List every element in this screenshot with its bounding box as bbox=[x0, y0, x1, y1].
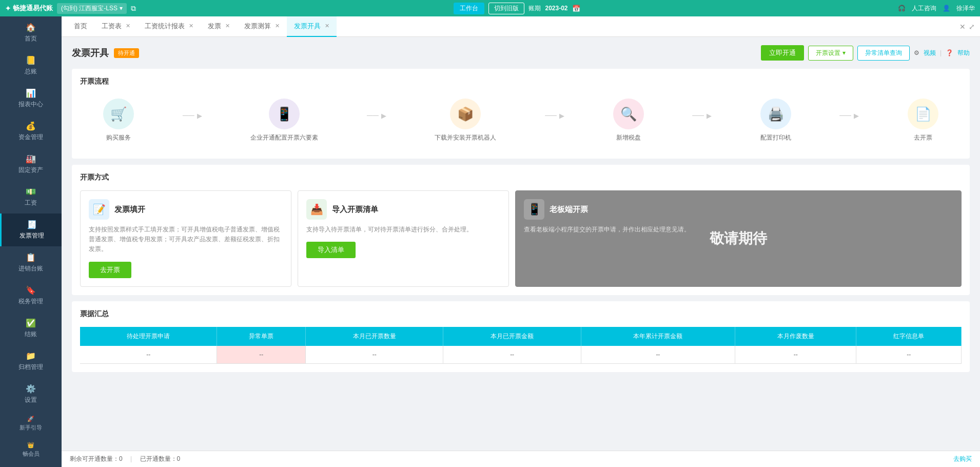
page-content: 发票开具 待开通 立即开通 开票设置 ▾ 异常清单查询 ⚙ 视频 | ❓ bbox=[62, 37, 980, 451]
sidebar-item-funds[interactable]: 💰 资金管理 bbox=[0, 115, 62, 148]
remaining-quota: 剩余可开通数量：0 bbox=[70, 455, 123, 462]
views-icon: ⚙ bbox=[914, 49, 919, 56]
tab-close-salary_stat[interactable]: ✕ bbox=[189, 23, 193, 29]
tab-label-salary_stat: 工资统计报表 bbox=[145, 22, 185, 31]
checkout-icon: ✅ bbox=[26, 318, 36, 328]
user-name[interactable]: 徐泽华 bbox=[956, 4, 975, 13]
summary-col-5: 本月作废数量 bbox=[735, 327, 856, 346]
period-icon[interactable]: 📅 bbox=[572, 5, 580, 12]
flow-step-taxdisk[interactable]: 🔍 新增税盘 bbox=[613, 99, 644, 142]
sidebar-item-reports[interactable]: 📊 报表中心 bbox=[0, 82, 62, 115]
open-now-button[interactable]: 立即开通 bbox=[761, 45, 804, 61]
open-settings-button[interactable]: 开票设置 ▾ bbox=[808, 46, 853, 61]
sidebar-label-archive: 归档管理 bbox=[18, 363, 43, 372]
sidebar-item-assets[interactable]: 🏭 固定资产 bbox=[0, 148, 62, 181]
sidebar-item-tax[interactable]: 🔖 税务管理 bbox=[0, 279, 62, 312]
summary-col-3: 本月已开票金额 bbox=[443, 327, 581, 346]
flow-step-icon-issue: 📄 bbox=[908, 99, 938, 129]
tab-salary_table[interactable]: 工资表✕ bbox=[94, 16, 138, 37]
archive-icon: 📁 bbox=[26, 351, 36, 361]
buy-link[interactable]: 去购买 bbox=[953, 455, 972, 463]
sidebar-item-ledger[interactable]: 📒 总账 bbox=[0, 49, 62, 82]
help-label[interactable]: 帮助 bbox=[957, 49, 970, 57]
salary-icon: 💵 bbox=[26, 187, 36, 197]
flow-arrow-2: ── ▶ bbox=[545, 110, 564, 131]
divider1: | bbox=[940, 49, 942, 56]
sidebar-label-assets: 固定资产 bbox=[18, 166, 43, 174]
sidebar-label-ledger: 总账 bbox=[25, 67, 37, 76]
sidebar-label-tax: 税务管理 bbox=[18, 297, 43, 306]
sidebar-item-home[interactable]: 🏠 首页 bbox=[0, 16, 62, 49]
flow-step-icon-config: 📱 bbox=[269, 99, 300, 129]
sidebar-item-purchase[interactable]: 📋 进销台账 bbox=[0, 246, 62, 279]
sidebar-label-reports: 报表中心 bbox=[18, 100, 43, 109]
tab-close-invoice_tab[interactable]: ✕ bbox=[225, 23, 230, 29]
tab-close-salary_table[interactable]: ✕ bbox=[126, 23, 130, 29]
tab-label-salary_table: 工资表 bbox=[102, 22, 122, 31]
tab-salary_stat[interactable]: 工资统计报表✕ bbox=[138, 16, 201, 37]
summary-cell-3: -- bbox=[443, 346, 581, 364]
views-label[interactable]: 视频 bbox=[924, 49, 936, 57]
flow-step-config[interactable]: 📱 企业开通配置开票六要素 bbox=[250, 99, 318, 142]
billing-card-btn-manual[interactable]: 去开票 bbox=[89, 262, 131, 278]
flow-steps: 🛒 购买服务 ── ▶ 📱 企业开通配置开票六要素 ── ▶ 📦 下载并安装开票… bbox=[80, 94, 962, 150]
sidebar-pin[interactable]: 📌 取消固定 bbox=[0, 463, 62, 467]
summary-col-0: 待处理开票申请 bbox=[80, 327, 217, 346]
tabs-container: 首页工资表✕工资统计报表✕发票✕发票测算✕发票开具✕ bbox=[67, 16, 337, 37]
tab-close-invoice_tool[interactable]: ✕ bbox=[325, 23, 329, 29]
workspace-button[interactable]: 工作台 bbox=[454, 3, 484, 14]
purchase-icon: 📋 bbox=[26, 252, 36, 262]
billing-card-btn-import[interactable]: 导入清单 bbox=[306, 242, 356, 258]
old-card-header: 📱 老板端开票 bbox=[524, 199, 953, 220]
flow-step-download[interactable]: 📦 下载并安装开票机器人 bbox=[435, 99, 496, 142]
flow-step-issue[interactable]: 📄 去开票 bbox=[908, 99, 938, 142]
billing-card-icon-manual: 📝 bbox=[89, 199, 109, 220]
invoice-icon: 🧾 bbox=[27, 220, 37, 229]
service-label[interactable]: 人工咨询 bbox=[912, 4, 936, 13]
tab-invoice_tab[interactable]: 发票✕ bbox=[201, 16, 237, 37]
billing-card-import: 📥 导入开票清单 支持导入待开票清单，可对待开票清单进行拆分、合并处理。 导入清… bbox=[298, 190, 509, 287]
flow-step-buy[interactable]: 🛒 购买服务 bbox=[103, 99, 134, 142]
main-layout: 🏠 首页 📒 总账 📊 报表中心 💰 资金管理 🏭 固定资产 💵 工资 🧾 发票… bbox=[0, 16, 980, 467]
company-selector[interactable]: (勾到) 江西服宝-LSS ▾ bbox=[57, 3, 127, 14]
sidebar-item-salary[interactable]: 💵 工资 bbox=[0, 181, 62, 213]
company-name: (勾到) 江西服宝-LSS bbox=[61, 4, 117, 13]
sidebar-label-salary: 工资 bbox=[25, 199, 37, 207]
logo-icon: ✦ bbox=[5, 5, 11, 12]
assets-icon: 🏭 bbox=[26, 154, 36, 164]
topbar-mid: 工作台 切到旧版 账期 2023-02 📅 bbox=[454, 3, 580, 14]
win-maximize-icon[interactable]: ⤢ bbox=[969, 23, 975, 31]
tab-home[interactable]: 首页 bbox=[67, 16, 94, 37]
summary-section: 票据汇总 待处理开票申请异常单票本月已开票数量本月已开票金额本年累计开票金额本月… bbox=[72, 301, 970, 372]
sidebar-label-funds: 资金管理 bbox=[18, 133, 43, 142]
flow-step-printer[interactable]: 🖨️ 配置打印机 bbox=[760, 99, 791, 142]
tab-invoice_tool[interactable]: 发票开具✕ bbox=[287, 16, 337, 37]
flow-step-label-download: 下载并安装开票机器人 bbox=[435, 133, 496, 142]
reports-icon: 📊 bbox=[26, 88, 36, 98]
win-close-icon[interactable]: ✕ bbox=[959, 23, 966, 31]
settings-dropdown-icon: ▾ bbox=[842, 49, 846, 56]
sidebar: 🏠 首页 📒 总账 📊 报表中心 💰 资金管理 🏭 固定资产 💵 工资 🧾 发票… bbox=[0, 16, 62, 467]
abnormal-query-button[interactable]: 异常清单查询 bbox=[857, 46, 910, 61]
sidebar-item-archive[interactable]: 📁 归档管理 bbox=[0, 345, 62, 378]
tax-icon: 🔖 bbox=[26, 285, 36, 295]
summary-table: 待处理开票申请异常单票本月已开票数量本月已开票金额本年累计开票金额本月作废数量红… bbox=[80, 327, 962, 364]
summary-cell-0: -- bbox=[80, 346, 217, 364]
copy-icon[interactable]: ⧉ bbox=[131, 4, 136, 13]
summary-col-2: 本月已开票数量 bbox=[306, 327, 443, 346]
tab-invoice_calc[interactable]: 发票测算✕ bbox=[237, 16, 287, 37]
sidebar-item-settings[interactable]: ⚙️ 设置 bbox=[0, 378, 62, 411]
flow-step-label-printer: 配置打印机 bbox=[760, 133, 791, 142]
switch-old-button[interactable]: 切到旧版 bbox=[488, 3, 524, 14]
sidebar-bottom-guide[interactable]: 🚀 新手引导 bbox=[0, 411, 62, 437]
billing-card-header-manual: 📝 发票填开 bbox=[89, 199, 283, 220]
tab-label-invoice_calc: 发票测算 bbox=[244, 22, 271, 31]
sidebar-bottom-label-guide: 新手引导 bbox=[19, 424, 42, 432]
tab-close-invoice_calc[interactable]: ✕ bbox=[275, 23, 280, 29]
sidebar-item-invoice[interactable]: 🧾 发票管理 bbox=[0, 213, 62, 246]
sidebar-bottom-member[interactable]: 👑 畅会员 bbox=[0, 437, 62, 463]
period-label: 账期 bbox=[528, 4, 541, 13]
user-avatar-icon: 👤 bbox=[943, 5, 950, 12]
summary-cell-2: -- bbox=[306, 346, 443, 364]
sidebar-item-checkout[interactable]: ✅ 结账 bbox=[0, 312, 62, 345]
